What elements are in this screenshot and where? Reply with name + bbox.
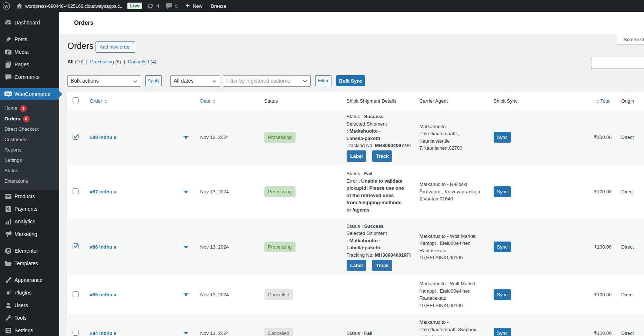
svg-text:W: W [4, 3, 9, 9]
svg-text:$: $ [7, 207, 10, 211]
svg-text:Woo: Woo [6, 92, 11, 95]
